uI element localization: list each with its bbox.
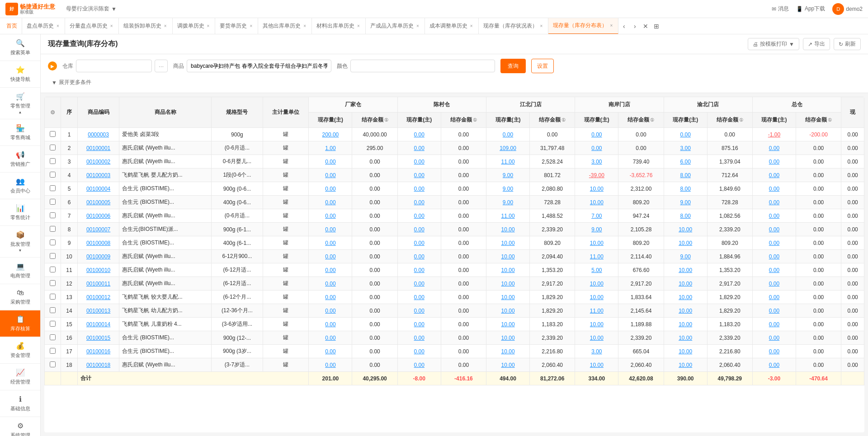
row-code[interactable]: 00100018 [77, 358, 119, 372]
row-jiangbei-qty[interactable]: 9.00 [486, 196, 530, 209]
row-chen-qty[interactable]: 0.00 [397, 250, 441, 263]
warehouse-input[interactable] [76, 60, 152, 72]
row-jiangbei-qty[interactable]: 10.00 [486, 263, 530, 277]
row-total-qty[interactable]: 0.00 [752, 263, 796, 277]
row-nanan-qty[interactable]: 5.00 [575, 263, 618, 277]
row-nanan-qty[interactable]: 10.00 [575, 277, 618, 291]
row-factory-qty[interactable]: 0.00 [309, 277, 352, 291]
row-jiangbei-qty[interactable]: 9.00 [486, 169, 530, 182]
info-icon[interactable]: ① [384, 117, 388, 122]
sidebar-item-store[interactable]: 🏪 零售商城 [0, 119, 40, 146]
row-code[interactable]: 00100006 [77, 209, 119, 223]
row-jiangbei-qty[interactable]: 10.00 [486, 331, 530, 345]
row-nanan-qty[interactable]: 10.00 [575, 291, 618, 304]
row-factory-qty[interactable]: 0.00 [309, 223, 352, 236]
row-selector[interactable] [45, 128, 61, 141]
row-chen-qty[interactable]: 0.00 [397, 318, 441, 331]
row-jiangbei-qty[interactable]: 10.00 [486, 236, 530, 250]
row-selector[interactable] [45, 155, 61, 169]
export-btn[interactable]: ↗ 导出 [803, 38, 830, 50]
row-yubei-qty[interactable]: 3.00 [664, 141, 707, 155]
setting-btn[interactable]: 设置 [531, 59, 554, 73]
row-factory-qty[interactable]: 0.00 [309, 358, 352, 372]
row-yubei-qty[interactable]: 0.00 [664, 128, 707, 141]
row-nanan-qty[interactable]: 10.00 [575, 358, 618, 372]
row-jiangbei-qty[interactable]: 10.00 [486, 358, 530, 372]
sidebar-item-nav[interactable]: ⭐ 快捷导航 [0, 61, 40, 88]
tab-close-icon[interactable]: × [356, 23, 361, 28]
row-factory-qty[interactable]: 0.00 [309, 182, 352, 196]
row-chen-qty[interactable]: 0.00 [397, 304, 441, 318]
sidebar-item-purchase[interactable]: 🛍 采购管理 [0, 284, 40, 310]
row-total-qty[interactable]: 0.00 [752, 223, 796, 236]
row-code[interactable]: 00100003 [77, 169, 119, 182]
row-chen-qty[interactable]: 0.00 [397, 263, 441, 277]
row-jiangbei-qty[interactable]: 109.00 [486, 141, 530, 155]
info-icon6[interactable]: ① [828, 117, 832, 122]
row-total-qty[interactable]: -1.00 [752, 128, 796, 141]
row-chen-qty[interactable]: 0.00 [397, 331, 441, 345]
row-total-qty[interactable]: 0.00 [752, 291, 796, 304]
sidebar-item-search[interactable]: 🔍 搜索英单 [0, 34, 40, 61]
row-selector[interactable] [45, 250, 61, 263]
row-factory-qty[interactable]: 0.00 [309, 250, 352, 263]
tab-zuzhuan[interactable]: 组装拆卸单历史 × [119, 18, 173, 34]
tab-next-btn[interactable]: › [629, 18, 640, 34]
row-nanan-qty[interactable]: 0.00 [575, 128, 618, 141]
query-btn[interactable]: 查询 [500, 59, 526, 73]
row-factory-qty[interactable]: 0.00 [309, 169, 352, 182]
row-yubei-qty[interactable]: 10.00 [664, 236, 707, 250]
row-code[interactable]: 00100007 [77, 223, 119, 236]
row-code[interactable]: 00100001 [77, 141, 119, 155]
row-jiangbei-qty[interactable]: 10.00 [486, 291, 530, 304]
row-total-qty[interactable]: 0.00 [752, 141, 796, 155]
row-factory-qty[interactable]: 0.00 [309, 236, 352, 250]
row-chen-qty[interactable]: 0.00 [397, 291, 441, 304]
row-yubei-qty[interactable]: 10.00 [664, 345, 707, 358]
row-yubei-qty[interactable]: 10.00 [664, 318, 707, 331]
row-chen-qty[interactable]: 0.00 [397, 345, 441, 358]
row-selector[interactable] [45, 209, 61, 223]
row-total-qty[interactable]: 0.00 [752, 209, 796, 223]
row-chen-qty[interactable]: 0.00 [397, 223, 441, 236]
row-selector[interactable] [45, 169, 61, 182]
row-code[interactable]: 00100005 [77, 196, 119, 209]
row-yubei-qty[interactable]: 8.00 [664, 182, 707, 196]
row-code[interactable]: 00100009 [77, 250, 119, 263]
row-nanan-qty[interactable]: -39.00 [575, 169, 618, 182]
row-total-qty[interactable]: 0.00 [752, 304, 796, 318]
app-download-btn[interactable]: 📱 App下载 [796, 5, 825, 13]
tab-qita[interactable]: 其他出库单历史 × [258, 18, 312, 34]
expand-conditions-btn[interactable]: ▼ 展开更多条件 [48, 77, 861, 88]
row-total-qty[interactable]: 0.00 [752, 169, 796, 182]
row-nanan-qty[interactable]: 10.00 [575, 318, 618, 331]
row-jiangbei-qty[interactable]: 10.00 [486, 277, 530, 291]
row-total-qty[interactable]: 0.00 [752, 236, 796, 250]
row-yubei-qty[interactable]: 10.00 [664, 358, 707, 372]
sidebar-item-members[interactable]: 👥 会员中心 [0, 173, 40, 199]
row-selector[interactable] [45, 236, 61, 250]
info-icon2[interactable]: ① [473, 117, 477, 122]
row-factory-qty[interactable]: 0.00 [309, 331, 352, 345]
row-chen-qty[interactable]: 0.00 [397, 358, 441, 372]
tab-chengben[interactable]: 成本调整单历史 × [425, 18, 479, 34]
sidebar-item-ecommerce[interactable]: 💻 电商管理 [0, 258, 40, 284]
row-nanan-qty[interactable]: 10.00 [575, 236, 618, 250]
sidebar-item-operations[interactable]: 📈 经营管理 [0, 364, 40, 390]
row-jiangbei-qty[interactable]: 11.00 [486, 155, 530, 169]
tab-close-icon[interactable]: × [163, 23, 168, 28]
row-selector[interactable] [45, 345, 61, 358]
row-yubei-qty[interactable]: 10.00 [664, 331, 707, 345]
row-nanan-qty[interactable]: 10.00 [575, 182, 618, 196]
row-total-qty[interactable]: 0.00 [752, 318, 796, 331]
row-chen-qty[interactable]: 0.00 [397, 236, 441, 250]
sidebar-item-finance[interactable]: 💰 资金管理 [0, 337, 40, 364]
row-factory-qty[interactable]: 0.00 [309, 196, 352, 209]
row-chen-qty[interactable]: 0.00 [397, 182, 441, 196]
row-code[interactable]: 0000003 [77, 128, 119, 141]
row-jiangbei-qty[interactable]: 10.00 [486, 250, 530, 263]
row-jiangbei-qty[interactable]: 9.00 [486, 182, 530, 196]
col-gear[interactable]: ⚙ [45, 97, 61, 128]
tab-close-icon[interactable]: × [56, 23, 60, 28]
row-selector[interactable] [45, 331, 61, 345]
